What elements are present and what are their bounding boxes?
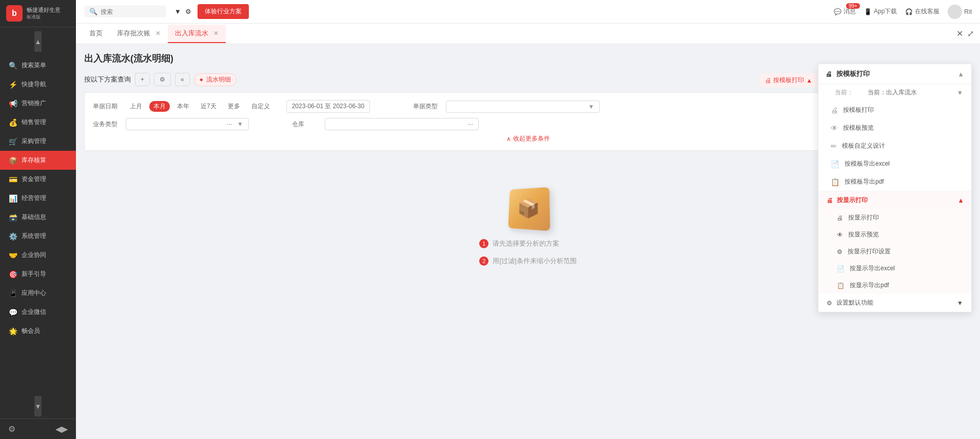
display-excel-item[interactable]: 📄 按显示导出excel bbox=[818, 260, 971, 277]
date-btn-this-month[interactable]: 本月 bbox=[149, 101, 170, 112]
page-content: 出入库流水(流水明细) 按以下方案查询 + ⚙ « ● 流水明细 bbox=[76, 44, 980, 439]
date-btn-this-year[interactable]: 本年 bbox=[173, 101, 193, 112]
tab-batch-close[interactable]: ✕ bbox=[155, 30, 161, 37]
template-custom-icon: ✏ bbox=[831, 142, 837, 150]
date-buttons: 上月 本月 本年 近7天 更多 自定义 bbox=[126, 101, 274, 112]
print-panel-header[interactable]: 🖨 按模板打印 ▲ bbox=[818, 64, 971, 84]
type-dropdown-arrow: ▼ bbox=[588, 103, 594, 110]
print-panel-current[interactable]: 当前： 当前：出入库流水 ▼ bbox=[818, 84, 971, 101]
purchase-icon: 🛒 bbox=[8, 137, 17, 146]
template-print-item[interactable]: 🖨 按模板打印 bbox=[818, 101, 971, 119]
sidebar-scroll-up[interactable]: ▲ bbox=[34, 31, 42, 52]
print-panel-footer[interactable]: ⚙ 设置默认功能 ▼ bbox=[818, 294, 971, 312]
sidebar-item-operation[interactable]: 📊 经营管理 bbox=[0, 189, 76, 208]
template-export-excel-item[interactable]: 📄 按模板导出excel bbox=[818, 155, 971, 173]
tab-home[interactable]: 首页 bbox=[82, 25, 110, 43]
filter-tag-item: ● 流水明细 bbox=[194, 73, 237, 86]
template-preview-icon: 👁 bbox=[831, 124, 838, 132]
print-template-button[interactable]: 🖨 按模板打印 ▲ bbox=[760, 73, 817, 87]
search-input[interactable] bbox=[101, 8, 152, 15]
template-pdf-icon: 📋 bbox=[831, 178, 839, 186]
display-preview-item[interactable]: 👁 按显示预览 bbox=[818, 226, 971, 243]
type-select[interactable]: ▼ bbox=[446, 101, 600, 113]
avatar bbox=[948, 5, 962, 19]
guide-icon: 🎯 bbox=[8, 270, 17, 278]
sidebar-item-basic[interactable]: 🗃️ 基础信息 bbox=[0, 208, 76, 227]
sidebar-item-member[interactable]: 🌟 畅会员 bbox=[0, 322, 76, 341]
close-all-tabs-button[interactable]: ✕ bbox=[956, 29, 963, 38]
maximize-tab-button[interactable]: ⤢ bbox=[967, 29, 974, 38]
sidebar-item-wechat[interactable]: 💬 企业微信 bbox=[0, 303, 76, 322]
sidebar-nav: 🔍 搜索菜单 ⚡ 快捷导航 📢 营销推广 💰 销售管理 🛒 采购管理 📦 bbox=[0, 54, 76, 394]
display-print-icon: 🖨 bbox=[837, 214, 843, 222]
sidebar: b 畅捷通好生意 标准版 ▲ 🔍 搜索菜单 ⚡ 快捷导航 📢 营销推广 bbox=[0, 0, 76, 439]
print-panel-collapse-arrow: ▲ bbox=[957, 70, 964, 78]
sidebar-item-finance[interactable]: 💳 资金管理 bbox=[0, 170, 76, 189]
date-btn-7days[interactable]: 近7天 bbox=[197, 101, 221, 112]
print-icon: 🖨 bbox=[765, 77, 771, 84]
display-section-icon: 🖨 bbox=[827, 197, 833, 204]
sidebar-item-purchase[interactable]: 🛒 采购管理 bbox=[0, 132, 76, 151]
empty-step-1: 1 请先选择要分析的方案 bbox=[479, 237, 576, 250]
template-preview-item[interactable]: 👁 按模板预览 bbox=[818, 119, 971, 137]
display-section-header[interactable]: 🖨 按显示打印 ▲ bbox=[818, 191, 971, 209]
template-section: 🖨 按模板打印 👁 按模板预览 ✏ 模板自定义设计 📄 按模板导出excel bbox=[818, 101, 971, 191]
sidebar-scroll-down[interactable]: ▼ bbox=[34, 396, 42, 416]
current-arrow-icon: ▼ bbox=[957, 89, 963, 96]
sidebar-item-system[interactable]: ⚙️ 系统管理 bbox=[0, 227, 76, 246]
filter-settings-button[interactable]: ⚙ bbox=[154, 73, 171, 86]
topbar-search-icon: 🔍 bbox=[89, 8, 97, 15]
sidebar-item-partner[interactable]: 🤝 企业协同 bbox=[0, 246, 76, 265]
app-name: 畅捷通好生意 标准版 bbox=[27, 6, 61, 21]
display-settings-item[interactable]: ⚙ 按显示打印设置 bbox=[818, 243, 971, 260]
tab-batch[interactable]: 库存批次账 ✕ bbox=[110, 25, 168, 43]
print-panel-icon: 🖨 bbox=[826, 70, 832, 78]
tab-flow[interactable]: 出入库流水 ✕ bbox=[168, 25, 226, 43]
collapse-filter-button[interactable]: « bbox=[175, 73, 190, 86]
settings-footer-icon[interactable]: ⚙ bbox=[8, 424, 15, 434]
print-dropdown-arrow: ▲ bbox=[806, 77, 812, 84]
message-badge: 99+ bbox=[846, 3, 860, 9]
wechat-icon: 💬 bbox=[8, 308, 17, 316]
user-profile[interactable]: Rit bbox=[948, 5, 972, 19]
add-filter-button[interactable]: + bbox=[135, 73, 150, 86]
tag-dot-icon: ● bbox=[200, 76, 203, 83]
message-button[interactable]: 💬 消息 99+ bbox=[834, 7, 856, 16]
empty-step-2: 2 用[过滤]条件来缩小分析范围 bbox=[479, 254, 576, 268]
inventory-icon: 📦 bbox=[8, 156, 17, 165]
date-btn-custom[interactable]: 自定义 bbox=[247, 101, 274, 112]
service-icon: 🎧 bbox=[905, 8, 913, 15]
app-logo: b 畅捷通好生意 标准版 bbox=[0, 0, 76, 27]
industry-solution-button[interactable]: 体验行业方案 bbox=[198, 4, 249, 19]
sidebar-item-sales[interactable]: 💰 销售管理 bbox=[0, 113, 76, 132]
collapse-sidebar-icon[interactable]: ◀▶ bbox=[55, 424, 68, 434]
template-print-icon: 🖨 bbox=[831, 106, 838, 114]
date-btn-last-month[interactable]: 上月 bbox=[126, 101, 146, 112]
display-print-item[interactable]: 🖨 按显示打印 bbox=[818, 209, 971, 226]
template-custom-item[interactable]: ✏ 模板自定义设计 bbox=[818, 137, 971, 155]
step-number-2: 2 bbox=[479, 256, 488, 266]
biz-type-select[interactable]: ··· ▼ bbox=[126, 118, 249, 130]
template-export-pdf-item[interactable]: 📋 按模板导出pdf bbox=[818, 173, 971, 191]
warehouse-select[interactable]: ··· bbox=[325, 118, 479, 130]
sidebar-item-guide[interactable]: 🎯 新手引导 bbox=[0, 265, 76, 284]
sidebar-item-marketing[interactable]: 📢 营销推广 bbox=[0, 94, 76, 113]
sidebar-item-search[interactable]: 🔍 搜索菜单 bbox=[0, 56, 76, 75]
display-section-title: 🖨 按显示打印 bbox=[827, 196, 868, 205]
sidebar-item-quick-nav[interactable]: ⚡ 快捷导航 bbox=[0, 75, 76, 94]
topbar-gear-icon[interactable]: ⚙ bbox=[185, 8, 191, 15]
footer-arrow-icon: ▼ bbox=[957, 300, 963, 307]
sidebar-item-inventory[interactable]: 📦 库存核算 bbox=[0, 151, 76, 170]
app-download-button[interactable]: 📱 App下载 bbox=[864, 7, 897, 16]
display-pdf-item[interactable]: 📋 按显示导出pdf bbox=[818, 277, 971, 294]
topbar-dropdown-icon[interactable]: ▼ bbox=[174, 8, 181, 15]
display-settings-icon: ⚙ bbox=[837, 248, 842, 255]
sidebar-item-apps[interactable]: 📱 应用中心 bbox=[0, 284, 76, 303]
collapse-filter-button[interactable]: ∧ 收起更多条件 bbox=[506, 134, 550, 143]
date-filter-label: 单据日期 bbox=[93, 102, 122, 111]
date-btn-more[interactable]: 更多 bbox=[224, 101, 244, 112]
topbar-right: 💬 消息 99+ 📱 App下载 🎧 在线客服 Rit bbox=[834, 5, 972, 19]
current-template-label: 当前： bbox=[835, 88, 853, 97]
tab-flow-close[interactable]: ✕ bbox=[213, 30, 219, 37]
online-service-button[interactable]: 🎧 在线客服 bbox=[905, 7, 939, 16]
